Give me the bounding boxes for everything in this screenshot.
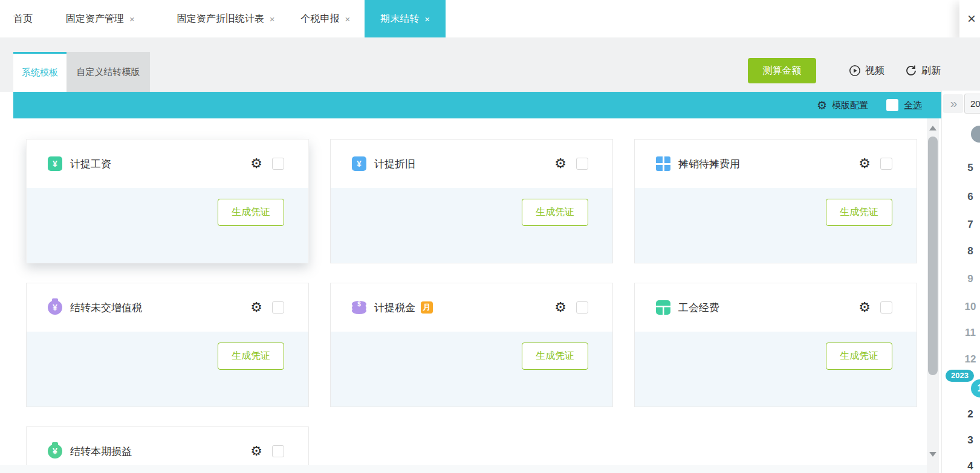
card-checkbox[interactable] [576, 158, 588, 170]
template-card-profit-loss: 结转本期损益 ⚙ 生成凭证 [26, 426, 309, 465]
tab-label: 首页 [13, 13, 33, 25]
refresh-button[interactable]: 刷新 [905, 58, 941, 83]
card-title: 工会经费 [678, 301, 719, 315]
generate-voucher-button[interactable]: 生成凭证 [826, 199, 892, 226]
month-item[interactable]: 7 [960, 219, 980, 231]
tab-label: 自定义结转模版 [77, 66, 140, 78]
month-item[interactable]: 6 [960, 191, 980, 203]
wage-icon [48, 156, 62, 171]
month-item[interactable]: 5 [960, 162, 980, 174]
period-selector-panel: » 2023 5 6 7 8 9 10 11 12 2023 1 2 3 4 [941, 91, 980, 473]
close-icon[interactable]: × [129, 14, 135, 24]
depreciation-icon [352, 156, 366, 171]
year-select[interactable]: 2023 [964, 94, 980, 114]
gear-icon[interactable]: ⚙ [554, 301, 566, 314]
template-card-amortization: 摊销待摊费用 ⚙ 生成凭证 [634, 139, 917, 263]
template-card-wage: 计提工资 ⚙ 生成凭证 [26, 139, 309, 263]
tab-custom-template[interactable]: 自定义结转模版 [67, 52, 150, 92]
gear-icon[interactable]: ⚙ [250, 301, 262, 314]
refresh-label: 刷新 [921, 65, 941, 77]
year-badge: 2023 [946, 370, 974, 382]
month-item[interactable]: 10 [960, 301, 980, 313]
tab-label: 系统模板 [22, 67, 58, 79]
card-title: 结转本期损益 [70, 445, 132, 459]
video-button[interactable]: 视频 [849, 58, 884, 83]
tab-home[interactable]: 首页 [13, 0, 33, 37]
close-icon[interactable]: × [424, 14, 430, 24]
gear-icon[interactable]: ⚙ [858, 157, 871, 170]
vat-icon [48, 300, 62, 315]
avatar[interactable] [971, 126, 980, 143]
generate-voucher-button[interactable]: 生成凭证 [522, 343, 588, 370]
gear-icon: ⚙ [817, 100, 827, 111]
tab-system-template[interactable]: 系统模板 [13, 52, 67, 92]
card-title: 计提工资 [70, 157, 111, 171]
card-title: 结转未交增值税 [70, 301, 142, 315]
profit-loss-icon [48, 444, 62, 459]
calculate-amount-button[interactable]: 测算金额 [748, 58, 816, 83]
video-label: 视频 [865, 65, 884, 77]
template-card-union-fund: 工会经费 ⚙ 生成凭证 [634, 283, 917, 407]
template-card-tax: 计提税金 月 ⚙ 生成凭证 [330, 283, 613, 407]
gear-icon[interactable]: ⚙ [554, 157, 566, 170]
select-all-label[interactable]: 全选 [904, 100, 922, 111]
selected-month[interactable]: 1 [971, 379, 980, 397]
refresh-icon [905, 65, 917, 77]
card-title: 计提税金 [374, 301, 415, 315]
gear-icon[interactable]: ⚙ [250, 445, 262, 458]
tab-depreciation-report[interactable]: 固定资产折旧统计表 × [177, 0, 275, 37]
tab-period-end-closing[interactable]: 期末结转 × [365, 0, 446, 37]
generate-voucher-button[interactable]: 生成凭证 [218, 199, 284, 226]
scrollbar-thumb[interactable] [928, 137, 938, 375]
double-chevron-right-icon: » [950, 96, 956, 110]
card-checkbox[interactable] [272, 158, 284, 170]
toolbar: 系统模板 自定义结转模版 测算金额 视频 刷新 [0, 37, 980, 92]
month-item[interactable]: 2 [960, 408, 980, 420]
tab-label: 固定资产管理 [66, 13, 124, 25]
template-config-button[interactable]: ⚙ 模版配置 [817, 100, 868, 111]
tab-label: 个税申报 [301, 13, 340, 25]
vertical-scrollbar[interactable] [927, 118, 939, 473]
month-item[interactable]: 9 [960, 273, 980, 285]
tab-fixed-asset-management[interactable]: 固定资产管理 × [66, 0, 135, 37]
gear-icon[interactable]: ⚙ [858, 301, 871, 314]
month-item[interactable]: 11 [960, 327, 980, 339]
card-area: 计提工资 ⚙ 生成凭证 计提折旧 ⚙ 生成凭证 [0, 118, 927, 465]
tab-label: 固定资产折旧统计表 [177, 13, 264, 25]
tab-personal-tax[interactable]: 个税申报 × [301, 0, 351, 37]
scroll-up-arrow-icon[interactable] [929, 126, 936, 130]
card-title: 计提折旧 [374, 157, 415, 171]
gear-icon[interactable]: ⚙ [250, 157, 262, 170]
template-card-vat: 结转未交增值税 ⚙ 生成凭证 [26, 283, 309, 407]
template-config-label: 模版配置 [832, 100, 868, 111]
month-item[interactable]: 3 [960, 434, 980, 446]
card-checkbox[interactable] [880, 301, 892, 314]
expand-panel-button[interactable]: » [943, 94, 963, 113]
select-all-checkbox[interactable] [886, 99, 898, 111]
card-checkbox[interactable] [272, 301, 284, 314]
filter-bar: ⚙ 模版配置 全选 [13, 92, 941, 118]
card-title: 摊销待摊费用 [678, 157, 740, 171]
template-tab-group: 系统模板 自定义结转模版 [13, 52, 150, 92]
close-icon[interactable]: × [270, 14, 275, 24]
close-icon[interactable]: × [345, 14, 351, 24]
play-circle-icon [849, 65, 861, 77]
card-checkbox[interactable] [576, 301, 588, 314]
union-fund-icon [656, 300, 670, 315]
month-item[interactable]: 4 [960, 460, 980, 472]
generate-voucher-button[interactable]: 生成凭证 [522, 199, 588, 226]
month-item[interactable]: 8 [960, 245, 980, 257]
amortization-icon [656, 156, 670, 171]
monthly-badge: 月 [421, 301, 433, 314]
floating-close-panel: × [959, 0, 980, 40]
card-checkbox[interactable] [272, 445, 284, 457]
card-grid: 计提工资 ⚙ 生成凭证 计提折旧 ⚙ 生成凭证 [26, 139, 927, 465]
card-checkbox[interactable] [880, 158, 892, 170]
tab-bar: 首页 固定资产管理 × 固定资产折旧统计表 × 个税申报 × 期末结转 × [0, 0, 980, 37]
month-item[interactable]: 12 [960, 353, 980, 365]
bottom-strip [0, 465, 927, 473]
scroll-down-arrow-icon[interactable] [929, 452, 936, 457]
generate-voucher-button[interactable]: 生成凭证 [218, 343, 284, 370]
generate-voucher-button[interactable]: 生成凭证 [826, 343, 892, 370]
close-icon[interactable]: × [967, 11, 976, 26]
